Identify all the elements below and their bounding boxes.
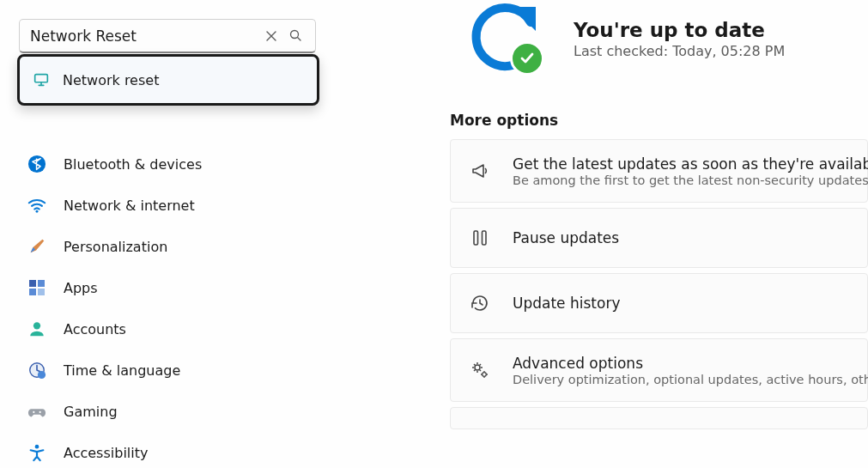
card-update-history[interactable]: Update history — [450, 273, 868, 333]
svg-point-12 — [39, 411, 41, 413]
controller-icon — [27, 402, 46, 421]
status-text: You're up to date Last checked: Today, 0… — [574, 19, 785, 59]
gears-icon — [470, 360, 490, 380]
megaphone-icon — [470, 161, 490, 181]
search-container — [19, 19, 316, 53]
svg-line-24 — [480, 364, 481, 365]
svg-line-23 — [474, 370, 475, 371]
card-get-latest-updates[interactable]: Get the latest updates as soon as they'r… — [450, 139, 868, 203]
update-status-icon — [462, 0, 548, 77]
card-pause-updates[interactable]: Pause updates — [450, 208, 868, 268]
apps-icon — [27, 278, 46, 297]
card-title: Pause updates — [513, 229, 619, 246]
card-body: Pause updates — [513, 229, 619, 246]
bluetooth-icon — [27, 155, 46, 173]
nav-accessibility[interactable]: Accessibility — [21, 432, 326, 468]
more-options-heading: More options — [450, 112, 868, 129]
svg-point-3 — [36, 210, 39, 213]
card-body: Get the latest updates as soon as they'r… — [513, 155, 868, 187]
svg-line-22 — [480, 370, 481, 371]
search-box[interactable] — [19, 19, 316, 53]
svg-rect-14 — [474, 231, 478, 245]
svg-rect-1 — [35, 75, 48, 82]
nav-label: Bluetooth & devices — [64, 156, 202, 173]
clock-globe-icon — [27, 361, 46, 380]
card-partial[interactable] — [450, 407, 868, 429]
svg-rect-7 — [38, 289, 45, 295]
sidebar: Network reset Bluetooth & devices Networ… — [0, 0, 326, 468]
nav-label: Time & language — [64, 362, 180, 379]
nav-time-language[interactable]: Time & language — [21, 349, 326, 391]
search-input[interactable] — [30, 27, 260, 45]
card-advanced-options[interactable]: Advanced options Delivery optimization, … — [450, 338, 868, 402]
nav-label: Accounts — [64, 321, 126, 337]
card-body: Update history — [513, 295, 620, 312]
clear-search-icon[interactable] — [260, 25, 282, 47]
search-suggestion-label: Network reset — [63, 72, 159, 88]
status-title: You're up to date — [574, 19, 785, 41]
svg-point-16 — [475, 365, 480, 370]
nav-list: Bluetooth & devices Network & internet P… — [0, 143, 326, 468]
svg-rect-6 — [29, 289, 36, 295]
card-body: Advanced options Delivery optimization, … — [513, 355, 868, 386]
svg-line-21 — [474, 364, 475, 365]
svg-point-8 — [33, 322, 40, 329]
history-icon — [470, 293, 490, 313]
nav-label: Apps — [64, 280, 98, 296]
card-title: Get the latest updates as soon as they'r… — [513, 155, 868, 173]
check-badge-icon — [510, 41, 544, 76]
nav-network-internet[interactable]: Network & internet — [21, 185, 326, 226]
svg-point-13 — [35, 445, 39, 449]
paintbrush-icon — [27, 237, 46, 256]
svg-point-10 — [38, 371, 46, 379]
status-subtitle: Last checked: Today, 05:28 PM — [574, 43, 785, 59]
svg-rect-15 — [483, 231, 487, 245]
card-title: Advanced options — [513, 355, 868, 372]
accessibility-icon — [27, 443, 46, 462]
wifi-icon — [27, 196, 46, 215]
nav-label: Network & internet — [64, 198, 195, 214]
nav-accounts[interactable]: Accounts — [21, 308, 326, 349]
search-suggestion[interactable]: Network reset — [17, 54, 319, 106]
update-status: You're up to date Last checked: Today, 0… — [450, 0, 868, 77]
svg-point-25 — [483, 373, 487, 377]
card-subtitle: Delivery optimization, optional updates,… — [513, 373, 868, 386]
search-icon[interactable] — [284, 25, 307, 47]
svg-point-11 — [33, 411, 34, 413]
card-subtitle: Be among the first to get the latest non… — [513, 173, 868, 187]
user-icon — [27, 319, 46, 338]
nav-personalization[interactable]: Personalization — [21, 226, 326, 267]
nav-label: Accessibility — [64, 445, 148, 461]
pause-icon — [470, 228, 490, 248]
nav-gaming[interactable]: Gaming — [21, 391, 326, 432]
nav-apps[interactable]: Apps — [21, 267, 326, 308]
nav-label: Personalization — [64, 239, 167, 255]
nav-bluetooth-devices[interactable]: Bluetooth & devices — [21, 143, 326, 185]
card-title: Update history — [513, 295, 620, 312]
content-pane: You're up to date Last checked: Today, 0… — [450, 0, 868, 468]
svg-rect-5 — [38, 280, 45, 287]
nav-label: Gaming — [64, 404, 118, 420]
network-reset-icon — [32, 70, 51, 89]
svg-rect-4 — [29, 280, 36, 287]
